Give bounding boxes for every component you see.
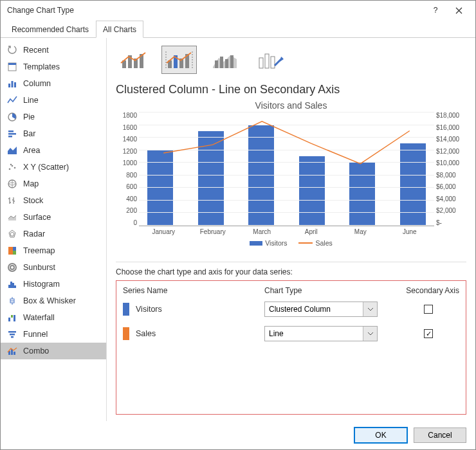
window-title: Change Chart Type bbox=[7, 6, 424, 15]
svg-rect-32 bbox=[14, 352, 15, 355]
sidebar-item-bar[interactable]: Bar bbox=[1, 125, 106, 142]
boxwhisker-icon bbox=[6, 295, 18, 307]
sunburst-icon bbox=[6, 262, 18, 273]
funnel-icon bbox=[6, 328, 18, 340]
sidebar-item-pie[interactable]: Pie bbox=[1, 109, 106, 125]
secondary-y-axis: $18,000$16,000$14,000$12,000$10,000$8,00… bbox=[434, 112, 466, 226]
histogram-icon bbox=[6, 278, 18, 290]
svg-rect-45 bbox=[259, 58, 263, 68]
svg-rect-20 bbox=[10, 282, 12, 288]
combo-style-row bbox=[116, 46, 466, 74]
sidebar-item-combo[interactable]: Combo bbox=[1, 343, 106, 359]
svg-point-9 bbox=[9, 168, 11, 170]
sidebar-item-stock[interactable]: Stock bbox=[1, 192, 106, 209]
svg-point-10 bbox=[12, 165, 14, 167]
svg-point-11 bbox=[14, 167, 16, 169]
x-axis: JanuaryFebruaryMarchAprilMayJune bbox=[116, 226, 466, 235]
sidebar-item-treemap[interactable]: Treemap bbox=[1, 242, 106, 259]
legend-visitors: Visitors bbox=[250, 239, 287, 247]
combo-style-2[interactable] bbox=[161, 46, 197, 74]
svg-rect-7 bbox=[8, 133, 16, 135]
line-series bbox=[139, 112, 434, 226]
recent-icon bbox=[6, 44, 18, 56]
sidebar-item-boxwhisker[interactable]: Box & Whisker bbox=[1, 292, 106, 309]
svg-rect-44 bbox=[230, 55, 233, 68]
chart-type-select-sales[interactable]: Line bbox=[264, 326, 378, 341]
dialog-footer: OK Cancel bbox=[1, 421, 475, 449]
ok-button[interactable]: OK bbox=[354, 428, 407, 443]
col-chart-type: Chart Type bbox=[264, 286, 398, 295]
svg-rect-21 bbox=[12, 283, 14, 288]
secondary-axis-checkbox-visitors[interactable] bbox=[424, 305, 433, 314]
svg-rect-27 bbox=[8, 331, 16, 333]
combo-icon bbox=[6, 345, 18, 357]
chevron-down-icon bbox=[363, 327, 377, 341]
svg-rect-42 bbox=[220, 57, 223, 68]
svg-rect-14 bbox=[8, 247, 13, 255]
svg-point-12 bbox=[10, 164, 12, 166]
series-swatch bbox=[123, 303, 129, 316]
svg-rect-46 bbox=[265, 54, 269, 68]
tab-all-charts[interactable]: All Charts bbox=[96, 21, 143, 38]
tab-recommended-charts[interactable]: Recommended Charts bbox=[5, 21, 96, 38]
plot-area bbox=[139, 112, 434, 226]
sidebar-item-waterfall[interactable]: Waterfall bbox=[1, 309, 106, 326]
surface-icon bbox=[6, 212, 18, 223]
svg-rect-28 bbox=[10, 334, 15, 336]
svg-rect-43 bbox=[225, 59, 228, 68]
svg-rect-4 bbox=[14, 82, 16, 87]
svg-rect-2 bbox=[8, 84, 10, 87]
sidebar-item-radar[interactable]: Radar bbox=[1, 226, 106, 242]
sidebar-item-templates[interactable]: Templates bbox=[1, 59, 106, 75]
sidebar-item-surface[interactable]: Surface bbox=[1, 209, 106, 226]
waterfall-icon bbox=[6, 312, 18, 323]
svg-rect-22 bbox=[14, 285, 16, 288]
combo-style-1[interactable] bbox=[116, 46, 151, 74]
pie-icon bbox=[6, 111, 18, 123]
svg-rect-6 bbox=[8, 130, 14, 132]
chart-title: Visitors and Sales bbox=[116, 100, 466, 111]
legend-sales: Sales bbox=[298, 239, 332, 247]
col-secondary-axis: Secondary Axis bbox=[398, 286, 459, 295]
sidebar-item-scatter[interactable]: X Y (Scatter) bbox=[1, 159, 106, 176]
primary-y-axis: 180016001400120010008006004002000 bbox=[116, 112, 139, 226]
bar-icon bbox=[6, 128, 18, 140]
svg-rect-3 bbox=[12, 81, 14, 87]
series-row-visitors: Visitors Clustered Column bbox=[123, 302, 459, 317]
svg-rect-25 bbox=[11, 315, 13, 318]
close-button[interactable] bbox=[447, 1, 470, 19]
svg-point-17 bbox=[8, 264, 16, 271]
tab-bar: Recommended Charts All Charts bbox=[1, 20, 475, 38]
series-config-prompt: Choose the chart type and axis for your … bbox=[116, 267, 466, 276]
svg-rect-47 bbox=[271, 57, 275, 68]
chart-type-select-visitors[interactable]: Clustered Column bbox=[264, 302, 378, 317]
secondary-axis-checkbox-sales[interactable]: ✓ bbox=[424, 329, 433, 338]
radar-icon bbox=[6, 228, 18, 240]
series-row-sales: Sales Line ✓ bbox=[123, 326, 459, 341]
help-button[interactable]: ? bbox=[424, 1, 447, 19]
sidebar-item-recent[interactable]: Recent bbox=[1, 42, 106, 59]
sidebar-item-column[interactable]: Column bbox=[1, 75, 106, 92]
sidebar-item-histogram[interactable]: Histogram bbox=[1, 276, 106, 292]
sidebar-item-area[interactable]: Area bbox=[1, 142, 106, 159]
chart-preview: Visitors and Sales 180016001400120010008… bbox=[116, 100, 466, 262]
title-bar: Change Chart Type ? bbox=[1, 1, 475, 20]
sidebar-item-sunburst[interactable]: Sunburst bbox=[1, 259, 106, 276]
line-icon bbox=[6, 94, 18, 106]
svg-rect-24 bbox=[8, 318, 10, 321]
col-series-name: Series Name bbox=[123, 286, 264, 295]
sidebar-item-line[interactable]: Line bbox=[1, 92, 106, 109]
cancel-button[interactable]: Cancel bbox=[414, 428, 466, 443]
svg-rect-1 bbox=[8, 63, 16, 65]
svg-rect-8 bbox=[8, 136, 12, 138]
column-icon bbox=[6, 78, 18, 89]
sidebar-item-map[interactable]: Map bbox=[1, 176, 106, 192]
area-icon bbox=[6, 145, 18, 156]
sidebar-item-funnel[interactable]: Funnel bbox=[1, 326, 106, 343]
combo-style-custom[interactable] bbox=[253, 46, 288, 74]
chart-legend: Visitors Sales bbox=[116, 239, 466, 247]
templates-icon bbox=[6, 61, 18, 73]
chart-type-sidebar: Recent Templates Column Line Pie Bar Are… bbox=[1, 38, 107, 421]
map-icon bbox=[6, 178, 18, 190]
combo-style-3[interactable] bbox=[207, 46, 243, 74]
